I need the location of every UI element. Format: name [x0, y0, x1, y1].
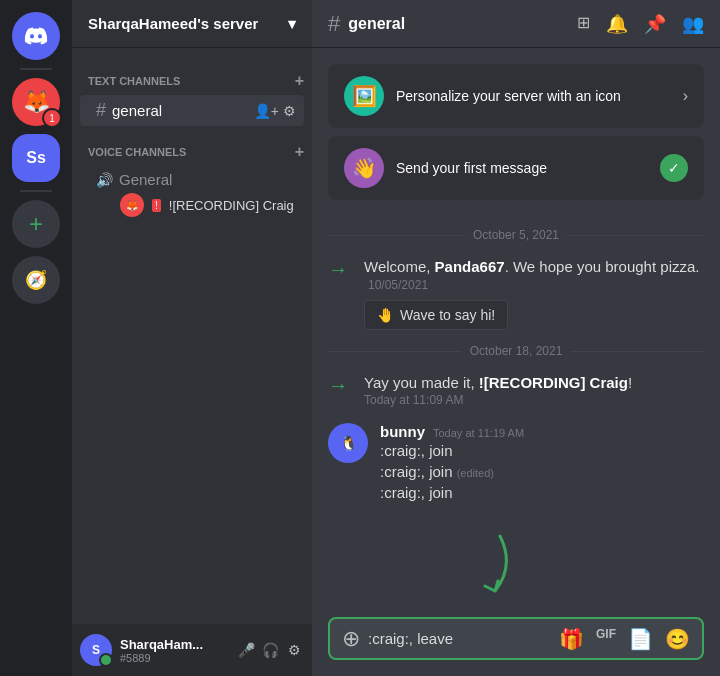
attach-button[interactable]: ⊕: [342, 626, 360, 652]
grid-icon[interactable]: ⊞: [577, 13, 590, 35]
text-channels-category[interactable]: TEXT CHANNELS +: [72, 56, 312, 94]
add-text-channel-button[interactable]: +: [295, 72, 304, 90]
sidebar: SharqaHameed's server ▾ TEXT CHANNELS + …: [72, 0, 312, 676]
chat-channel-name: general: [348, 15, 405, 33]
bunny-message-line2: :craig:, join (edited): [380, 461, 524, 482]
text-channels-label: TEXT CHANNELS: [88, 75, 180, 87]
bunny-author-row: bunny Today at 11:19 AM: [380, 423, 524, 440]
server-divider-2: [20, 190, 52, 192]
bunny-author-name: bunny: [380, 423, 425, 440]
craig-joined-text: Yay you made it, ![RECORDING] Craig!: [364, 372, 632, 393]
date-label-oct18: October 18, 2021: [470, 344, 563, 358]
user-settings-button[interactable]: ⚙: [284, 640, 304, 660]
craig-username: ![RECORDING] Craig: [479, 374, 628, 391]
deafen-button[interactable]: 🎧: [260, 640, 280, 660]
personalize-icon: 🖼️: [344, 76, 384, 116]
channel-settings-icon[interactable]: ⚙: [283, 103, 296, 119]
welcome-suffix: . We hope you brought pizza.: [505, 258, 700, 275]
voice-channels-label: VOICE CHANNELS: [88, 146, 186, 158]
add-member-icon[interactable]: 👤+: [254, 103, 279, 119]
chat-input-box: ⊕ 🎁 GIF 📄 😊: [328, 617, 704, 660]
voice-channel-name: General: [119, 171, 172, 188]
user-tag: #5889: [120, 652, 228, 664]
user-panel: S SharqaHam... #5889 🎤 🎧 ⚙: [72, 624, 312, 676]
welcome-timestamp: 10/05/2021: [368, 278, 428, 292]
notification-bell-icon[interactable]: 🔔: [606, 13, 628, 35]
voice-channel-label[interactable]: 🔊 General: [96, 168, 296, 191]
chat-input-icons: 🎁 GIF 📄 😊: [559, 627, 690, 651]
mute-microphone-button[interactable]: 🎤: [236, 640, 256, 660]
user-info: SharqaHam... #5889: [120, 637, 228, 664]
chat-input-area: ⊕ 🎁 GIF 📄 😊: [312, 617, 720, 676]
channel-name-general: general: [112, 102, 162, 119]
setup-card-first-message[interactable]: 👋 Send your first message ✓: [328, 136, 704, 200]
voice-user-craig[interactable]: 🦊 ! ![RECORDING] Craig: [96, 191, 296, 219]
system-message-content: Welcome, Panda667. We hope you brought p…: [364, 256, 704, 330]
members-icon[interactable]: 👥: [682, 13, 704, 35]
craig-suffix: !: [628, 374, 632, 391]
bunny-message-line3: :craig:, join: [380, 482, 524, 503]
server-icon-ss[interactable]: Ss: [12, 134, 60, 182]
welcome-username: Panda667: [435, 258, 505, 275]
voice-channel-general: 🔊 General 🦊 ! ![RECORDING] Craig: [80, 166, 304, 221]
setup-card-personalize[interactable]: 🖼️ Personalize your server with an icon …: [328, 64, 704, 128]
server-list: 🦊 Ss + 🧭: [0, 0, 72, 676]
server-divider: [20, 68, 52, 70]
system-arrow-icon: →: [328, 256, 348, 281]
wave-button-label: Wave to say hi!: [400, 307, 495, 323]
message-input[interactable]: [368, 619, 559, 658]
channels-list: TEXT CHANNELS + # general 👤+ ⚙ VOICE CHA…: [72, 48, 312, 624]
gift-icon[interactable]: 🎁: [559, 627, 584, 651]
channel-item-general[interactable]: # general 👤+ ⚙: [80, 95, 304, 126]
chat-header-icons: ⊞ 🔔 📌 👥: [577, 13, 704, 35]
first-message-icon: 👋: [344, 148, 384, 188]
chat-messages: 🖼️ Personalize your server with an icon …: [312, 48, 720, 617]
file-icon[interactable]: 📄: [628, 627, 653, 651]
card-arrow-icon: ›: [683, 87, 688, 105]
gif-icon[interactable]: GIF: [596, 627, 616, 651]
channel-hash-icon: #: [96, 100, 106, 121]
channel-icons: 👤+ ⚙: [254, 103, 296, 119]
system-arrow-icon-2: →: [328, 372, 348, 397]
server-icon-fox[interactable]: 🦊: [12, 78, 60, 126]
discord-home-button[interactable]: [12, 12, 60, 60]
message-row-bunny: 🐧 bunny Today at 11:19 AM :craig:, join …: [312, 421, 720, 505]
chevron-down-icon: ▾: [288, 15, 296, 33]
recording-badge: !: [152, 199, 161, 212]
setup-cards: 🖼️ Personalize your server with an icon …: [328, 64, 704, 200]
voice-user-name: ![RECORDING] Craig: [169, 198, 294, 213]
welcome-text: Welcome, Panda667. We hope you brought p…: [364, 256, 704, 294]
craig-timestamp: Today at 11:09 AM: [364, 393, 632, 407]
speaker-icon: 🔊: [96, 172, 113, 188]
voice-channels-category[interactable]: VOICE CHANNELS +: [72, 127, 312, 165]
bunny-message-content: bunny Today at 11:19 AM :craig:, join :c…: [380, 423, 524, 503]
chat-header: # general ⊞ 🔔 📌 👥: [312, 0, 720, 48]
emoji-icon[interactable]: 😊: [665, 627, 690, 651]
date-label-oct5: October 5, 2021: [473, 228, 559, 242]
voice-user-avatar: 🦊: [120, 193, 144, 217]
server-header[interactable]: SharqaHameed's server ▾: [72, 0, 312, 48]
date-divider-oct18: October 18, 2021: [312, 336, 720, 366]
craig-prefix: Yay you made it,: [364, 374, 479, 391]
system-message-welcome: → Welcome, Panda667. We hope you brought…: [312, 254, 720, 332]
first-message-card-text: Send your first message: [396, 160, 648, 176]
system-message-craig-content: Yay you made it, ![RECORDING] Craig! Tod…: [364, 372, 632, 407]
user-display-name: SharqaHam...: [120, 637, 228, 652]
edited-label: (edited): [457, 467, 494, 479]
card-check-icon: ✓: [660, 154, 688, 182]
server-ss-initials: Ss: [26, 149, 46, 167]
welcome-prefix: Welcome,: [364, 258, 435, 275]
pin-icon[interactable]: 📌: [644, 13, 666, 35]
server-name: SharqaHameed's server: [88, 15, 258, 32]
personalize-card-text: Personalize your server with an icon: [396, 88, 671, 104]
add-server-button[interactable]: +: [12, 200, 60, 248]
wave-to-say-hi-button[interactable]: 🤚 Wave to say hi!: [364, 300, 508, 330]
main-chat: # general ⊞ 🔔 📌 👥 🖼️ Personalize your se…: [312, 0, 720, 676]
add-voice-channel-button[interactable]: +: [295, 143, 304, 161]
bunny-avatar: 🐧: [328, 423, 368, 463]
explore-servers-button[interactable]: 🧭: [12, 256, 60, 304]
wave-emoji: 🤚: [377, 307, 394, 323]
channel-hash-header-icon: #: [328, 11, 340, 37]
user-controls: 🎤 🎧 ⚙: [236, 640, 304, 660]
user-avatar: S: [80, 634, 112, 666]
